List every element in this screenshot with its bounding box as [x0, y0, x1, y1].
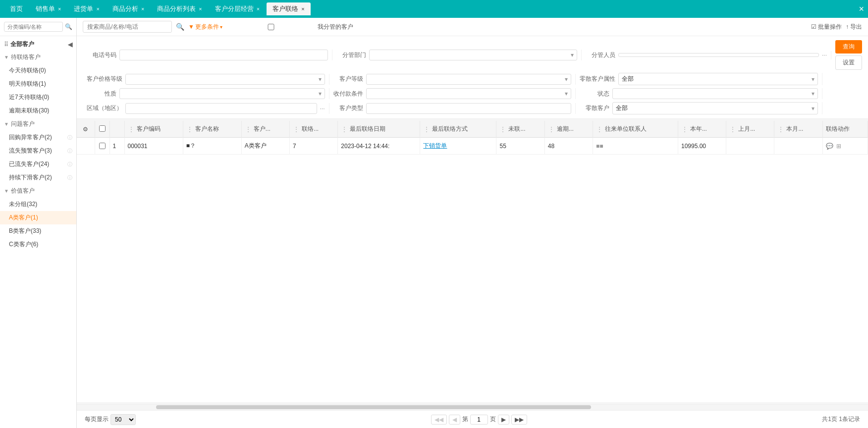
- sidebar-item-B类客户(33)[interactable]: B类客户(33): [0, 224, 76, 238]
- nav-tab-销售单[interactable]: 销售单×: [30, 2, 67, 15]
- sidebar-item-近7天待联络(0)[interactable]: 近7天待联络(0): [0, 91, 76, 104]
- sidebar-item-回购异常客户(2)[interactable]: 回购异常客户(2)ⓘ: [0, 131, 76, 144]
- filter-scatter-customer: 零散客户 全部 ▾: [576, 102, 822, 114]
- action-col-header: 联络动作: [822, 121, 868, 138]
- sidebar-item-持续下滑客户(2)[interactable]: 持续下滑客户(2)ⓘ: [0, 171, 76, 184]
- dept-select[interactable]: ▾: [369, 50, 578, 60]
- nav-tab-客户分层经营[interactable]: 客户分层经营×: [209, 2, 266, 15]
- more-conditions-button[interactable]: ▼ 更多条件 ▾: [188, 23, 222, 31]
- close-all-tabs-button[interactable]: ×: [859, 4, 864, 14]
- filter-customer-level: 客户等级 ▾: [329, 74, 576, 85]
- sidebar-item-C类客户(6)[interactable]: C类客户(6): [0, 238, 76, 251]
- nav-tab-close-商品分析[interactable]: ×: [141, 6, 144, 12]
- row-settings: [77, 138, 95, 155]
- nav-tab-首页[interactable]: 首页: [4, 2, 29, 15]
- sidebar-item-未分组(32)[interactable]: 未分组(32): [0, 198, 76, 211]
- scatter-attr-select[interactable]: 全部 ▾: [618, 73, 818, 85]
- info-icon: ⓘ: [67, 161, 72, 168]
- customer-level-select[interactable]: ▾: [366, 74, 572, 85]
- settings-col-header[interactable]: ⚙: [77, 121, 95, 138]
- last-month-col-header[interactable]: 上月...: [726, 121, 774, 138]
- index-col-header: [109, 121, 124, 138]
- last-contact-way-col-header[interactable]: 最后联络方式: [420, 121, 496, 138]
- status-select[interactable]: ▾: [612, 88, 818, 99]
- overdue-col-header[interactable]: 逾期...: [544, 121, 593, 138]
- sidebar-group-价值客户[interactable]: ▼价值客户: [0, 184, 76, 198]
- prev-page-button[interactable]: ◀: [449, 415, 460, 425]
- sidebar-search-icon[interactable]: 🔍: [65, 23, 72, 30]
- batch-op-icon: ☑: [811, 23, 816, 30]
- nav-tab-close-客户联络[interactable]: ×: [301, 6, 304, 12]
- filter-actions: 查询 设置: [831, 40, 862, 70]
- this-year-col-header[interactable]: 本年...: [678, 121, 726, 138]
- sidebar-item-今天待联络(0)[interactable]: 今天待联络(0): [0, 64, 76, 77]
- row-last-contact-way: 下销货单: [420, 138, 496, 155]
- last-page-button[interactable]: ▶▶: [511, 415, 527, 425]
- per-page-select[interactable]: 50 100 200: [110, 414, 136, 425]
- payment-label: 收付款条件: [333, 90, 363, 98]
- select-all-checkbox[interactable]: [99, 125, 106, 132]
- contact-col-header[interactable]: 联络...: [290, 121, 338, 138]
- nav-tab-商品分析[interactable]: 商品分析×: [107, 2, 150, 15]
- setting-button[interactable]: 设置: [835, 55, 862, 70]
- horizontal-scrollbar[interactable]: [77, 404, 868, 410]
- scatter-customer-select[interactable]: 全部 ▾: [612, 102, 818, 114]
- sidebar-group-问题客户[interactable]: ▼问题客户: [0, 117, 76, 131]
- page-navigation: ◀◀ ◀ 第 页 ▶ ▶▶: [431, 415, 527, 425]
- last-contact-date-col-header[interactable]: 最后联络日期: [338, 121, 420, 138]
- next-page-button[interactable]: ▶: [498, 415, 509, 425]
- sidebar-item-A类客户(1)[interactable]: A类客户(1): [0, 211, 76, 224]
- sidebar-item-明天待联络(1)[interactable]: 明天待联络(1): [0, 77, 76, 91]
- sidebar-group-待联络客户[interactable]: ▼待联络客户: [0, 51, 76, 64]
- nav-tab-客户联络[interactable]: 客户联络×: [267, 2, 310, 15]
- my-customers-checkbox[interactable]: [226, 24, 316, 30]
- filter-scatter-attr: 零散客户属性 全部 ▾: [576, 73, 822, 85]
- action-bar-right: ☑ 批量操作 ↑ 导出: [811, 23, 862, 31]
- customer-type-col-header[interactable]: 客户...: [241, 121, 289, 138]
- person-label: 分管人员: [586, 51, 615, 59]
- person-dots[interactable]: ···: [822, 52, 827, 58]
- page-label: 第: [462, 415, 468, 424]
- row-contact: 7: [290, 138, 338, 155]
- sidebar-item-逾期未联络(30)[interactable]: 逾期未联络(30): [0, 104, 76, 117]
- nav-tab-商品分析列表[interactable]: 商品分析列表×: [151, 2, 208, 15]
- customer-type-input[interactable]: [366, 103, 572, 114]
- filter-row-2: 客户价格等级 ▾ 客户等级 ▾ 零散客户属性 全部: [83, 73, 862, 85]
- nav-tab-close-销售单[interactable]: ×: [58, 6, 61, 12]
- action-message-icon[interactable]: 💬: [826, 143, 833, 150]
- page-number-input[interactable]: [470, 415, 488, 425]
- contact-way-link[interactable]: 下销货单: [423, 142, 447, 149]
- pagination-bar: 每页显示 50 100 200 ◀◀ ◀ 第 页 ▶ ▶▶ 共1页 1条记录: [77, 410, 868, 428]
- batch-op-button[interactable]: ☑ 批量操作: [811, 23, 842, 31]
- sidebar-collapse-icon[interactable]: ◀: [68, 41, 72, 48]
- table-row: 1 000031 ■？ A类客户 7 2023-04-12 14:44: 下销货…: [77, 138, 868, 155]
- nav-tab-close-进货单[interactable]: ×: [96, 6, 99, 12]
- customer-search-input[interactable]: [83, 21, 172, 33]
- sidebar-item-流失预警客户(3)[interactable]: 流失预警客户(3)ⓘ: [0, 144, 76, 158]
- no-contact-col-header[interactable]: 未联...: [496, 121, 544, 138]
- nature-select[interactable]: ▾: [119, 88, 325, 99]
- filter-price-level: 客户价格等级 ▾: [83, 74, 329, 85]
- row-checkbox[interactable]: [99, 143, 106, 149]
- price-level-select[interactable]: ▾: [125, 74, 325, 85]
- sidebar-search-input[interactable]: [4, 22, 63, 32]
- action-icons: 💬 ⊞: [826, 143, 865, 150]
- customer-code-col-header[interactable]: 客户编码: [124, 121, 183, 138]
- phone-input[interactable]: [119, 50, 328, 60]
- sidebar-item-已流失客户(24)[interactable]: 已流失客户(24)ⓘ: [0, 158, 76, 171]
- my-customers-checkbox-label[interactable]: 我分管的客户: [226, 23, 353, 31]
- this-month-col-header[interactable]: 本月...: [774, 121, 822, 138]
- first-page-button[interactable]: ◀◀: [431, 415, 447, 425]
- nav-tab-close-商品分析列表[interactable]: ×: [199, 6, 202, 12]
- payment-select[interactable]: ▾: [366, 88, 572, 99]
- action-qr-icon[interactable]: ⊞: [836, 143, 841, 150]
- customer-search-icon[interactable]: 🔍: [176, 23, 184, 31]
- query-button[interactable]: 查询: [835, 40, 862, 54]
- unit-contact-col-header[interactable]: 往来单位联系人: [593, 121, 678, 138]
- export-button[interactable]: ↑ 导出: [846, 23, 862, 31]
- customer-name-col-header[interactable]: 客户名称: [183, 121, 241, 138]
- region-dots[interactable]: ···: [320, 105, 325, 112]
- scrollbar-thumb[interactable]: [156, 405, 591, 409]
- nav-tab-进货单[interactable]: 进货单×: [68, 2, 105, 15]
- nav-tab-close-客户分层经营[interactable]: ×: [257, 6, 260, 12]
